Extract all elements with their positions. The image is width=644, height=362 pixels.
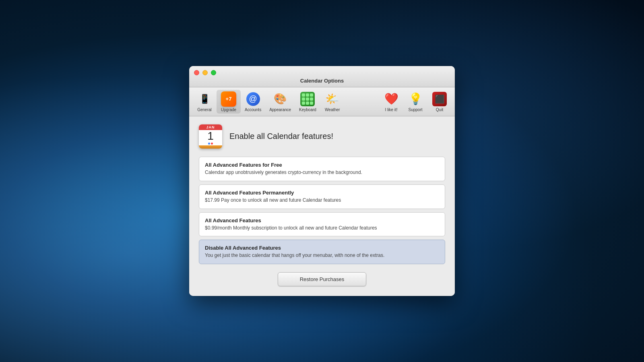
feature-title-subscription: All Advanced Features — [205, 217, 439, 223]
toolbar-item-general[interactable]: 📱 General — [192, 90, 217, 114]
toolbar-item-weather[interactable]: 🌤️ Weather — [320, 90, 345, 114]
weather-label: Weather — [325, 108, 340, 112]
header-title: Enable all Calendar features! — [229, 132, 333, 141]
heart-icon: ❤️ — [384, 91, 399, 107]
cal-dot-2 — [211, 143, 213, 145]
accounts-icon: @ — [246, 91, 261, 107]
toolbar-item-appearance[interactable]: 🎨 Appearance — [265, 90, 295, 114]
window-title: Calendar Options — [300, 78, 344, 84]
cal-dot-1 — [208, 143, 210, 145]
toolbar-item-accounts[interactable]: @ Accounts — [241, 90, 265, 114]
toolbar-item-keyboard[interactable]: Keyboard — [295, 90, 320, 114]
toolbar-item-support[interactable]: 💡 Support — [403, 90, 427, 114]
calendar-icon: JAN 1 — [199, 124, 222, 149]
feature-title-free: All Advanced Features for Free — [205, 162, 439, 168]
quit-icon: ⬛ — [432, 91, 447, 107]
feature-card-free[interactable]: All Advanced Features for Free Calendar … — [199, 157, 445, 181]
cal-month: JAN — [199, 124, 222, 130]
toolbar-item-quit[interactable]: ⬛ Quit — [427, 90, 452, 114]
minimize-button[interactable] — [202, 70, 208, 75]
main-window: Calendar Options 📱 General +7 Upgrade @ … — [189, 66, 455, 296]
general-label: General — [197, 108, 212, 112]
weather-icon: 🌤️ — [325, 91, 340, 107]
close-button[interactable] — [194, 70, 199, 75]
titlebar: Calendar Options — [189, 66, 455, 87]
feature-card-disable[interactable]: Disable All Advanced Features You get ju… — [199, 240, 445, 264]
feature-card-permanent[interactable]: All Advanced Features Permanently $17.99… — [199, 184, 445, 209]
toolbar-item-upgrade[interactable]: +7 Upgrade — [217, 90, 241, 114]
feature-desc-free: Calendar app unobtrusively generates cry… — [205, 169, 439, 176]
cal-day: 1 — [207, 130, 214, 142]
upgrade-label: Upgrade — [221, 108, 236, 112]
cal-footer — [199, 145, 222, 149]
accounts-label: Accounts — [245, 108, 261, 112]
cal-dots — [208, 143, 213, 145]
feature-title-disable: Disable All Advanced Features — [205, 245, 439, 251]
feature-desc-permanent: $17.99 Pay once to unlock all new and fu… — [205, 197, 439, 204]
bulb-icon: 💡 — [408, 91, 423, 107]
window-controls — [194, 70, 216, 75]
feature-desc-subscription: $0.99/month Monthly subscription to unlo… — [205, 225, 439, 232]
toolbar-item-ilike[interactable]: ❤️ I like it! — [379, 90, 403, 114]
quit-label: Quit — [436, 108, 443, 112]
keyboard-icon — [300, 91, 315, 107]
support-label: Support — [408, 108, 422, 112]
header-section: JAN 1 Enable all Calendar features! — [199, 124, 445, 149]
cal-body: 1 — [199, 130, 222, 145]
general-icon: 📱 — [197, 91, 212, 107]
toolbar: 📱 General +7 Upgrade @ Accounts 🎨 Appear… — [189, 87, 455, 116]
maximize-button[interactable] — [211, 70, 216, 75]
ilike-label: I like it! — [385, 108, 397, 112]
feature-desc-disable: You get just the basic calendar that han… — [205, 252, 439, 259]
appearance-icon: 🎨 — [272, 91, 288, 107]
feature-card-subscription[interactable]: All Advanced Features $0.99/month Monthl… — [199, 212, 445, 237]
calendar-icon-wrap: JAN 1 — [199, 124, 223, 149]
content-area: JAN 1 Enable all Calendar features! All … — [189, 116, 455, 296]
upgrade-icon: +7 — [221, 91, 236, 107]
restore-purchases-button[interactable]: Restore Purchases — [278, 272, 366, 286]
appearance-label: Appearance — [269, 108, 291, 112]
keyboard-label: Keyboard — [299, 108, 316, 112]
feature-title-permanent: All Advanced Features Permanently — [205, 190, 439, 196]
